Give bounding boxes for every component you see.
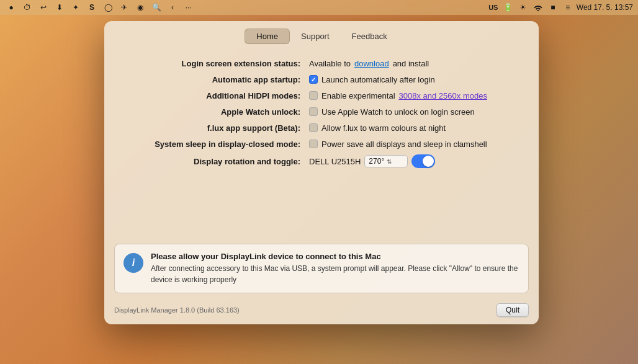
spacer (123, 171, 520, 233)
info-text-block: Please allow your DisplayLink device to … (151, 252, 519, 285)
version-text: DisplayLink Manager 1.8.0 (Build 63.163) (114, 306, 240, 314)
menubar-icon-3[interactable]: ↩ (37, 1, 50, 14)
search-icon[interactable]: 🔍 (150, 1, 163, 14)
label-sleep: System sleep in display-closed mode: (123, 140, 309, 149)
label-apple-watch: Apple Watch unlock: (123, 107, 309, 117)
info-body: After connecting accessory to this Mac v… (151, 263, 519, 285)
quit-button[interactable]: Quit (496, 303, 529, 317)
tab-support[interactable]: Support (290, 29, 341, 43)
label-login-status: Login screen extension status: (123, 59, 309, 68)
tab-feedback[interactable]: Feedback (341, 29, 398, 43)
value-login-status: Available to download and install (309, 59, 520, 68)
toggle-knob (423, 156, 434, 167)
label-rotation: Display rotation and toggle: (123, 157, 309, 166)
tab-bar: Home Support Feedback (104, 21, 539, 44)
settings-row-auto-startup: Automatic app startup: Launch automatica… (123, 71, 520, 87)
checkbox-sleep[interactable] (309, 140, 318, 148)
notification-icon[interactable]: ≡ (562, 1, 574, 14)
value-auto-startup: Launch automatically after login (309, 75, 520, 84)
footer: DisplayLink Manager 1.8.0 (Build 63.163)… (104, 300, 539, 324)
text-sleep: Power save all displays and sleep in cla… (321, 140, 487, 149)
settings-table: Login screen extension status: Available… (123, 55, 520, 171)
label-auto-startup: Automatic app startup: (123, 75, 309, 84)
menubar-icon-9[interactable]: ◉ (134, 1, 146, 14)
settings-row-sleep: System sleep in display-closed mode: Pow… (123, 136, 520, 152)
battery-icon[interactable]: 🔋 (502, 1, 514, 14)
value-apple-watch: Use Apple Watch to unlock on login scree… (309, 107, 520, 117)
menubar-right-icons: US 🔋 ☀ ■ ≡ Wed 17. 5. 13:57 (487, 1, 633, 14)
text-auto-startup: Launch automatically after login (321, 75, 435, 84)
menubar-icon-2[interactable]: ⏱ (21, 1, 34, 14)
checkbox-auto-startup[interactable] (309, 75, 318, 84)
settings-row-flux: f.lux app support (Beta): Allow f.lux to… (123, 120, 520, 136)
menubar-icon-7[interactable]: ◯ (102, 1, 114, 14)
settings-row-login-status: Login screen extension status: Available… (123, 55, 520, 71)
value-flux: Allow f.lux to warm colours at night (309, 123, 520, 133)
hidpi-link[interactable]: 3008x and 2560x modes (399, 91, 487, 100)
dropdown-value: 270° (369, 157, 384, 166)
menubar: ● ⏱ ↩ ⬇ ✦ S ◯ ✈ ◉ 🔍 ‹ ··· US 🔋 ☀ ■ ≡ Wed… (0, 0, 638, 15)
checkbox-hidpi[interactable] (309, 91, 318, 100)
value-rotation: DELL U2515H 270° ⇅ (309, 154, 520, 168)
download-link[interactable]: download (354, 59, 389, 68)
wifi-icon[interactable] (532, 1, 544, 14)
label-hidpi: Additional HiDPI modes: (123, 91, 309, 100)
info-icon: i (124, 253, 143, 273)
text-apple-watch: Use Apple Watch to unlock on login scree… (321, 107, 475, 117)
checkbox-apple-watch[interactable] (309, 107, 318, 116)
menubar-icon-5[interactable]: ✦ (70, 1, 82, 14)
app-window: Home Support Feedback Login screen exten… (104, 21, 539, 324)
rotation-dropdown[interactable]: 270° ⇅ (364, 155, 408, 167)
settings-content: Login screen extension status: Available… (104, 44, 539, 239)
value-hidpi: Enable experimental 3008x and 2560x mode… (309, 91, 520, 100)
label-flux: f.lux app support (Beta): (123, 123, 309, 133)
text-install: and install (393, 59, 429, 68)
settings-row-apple-watch: Apple Watch unlock: Use Apple Watch to u… (123, 104, 520, 120)
menubar-icon-8[interactable]: ✈ (118, 1, 130, 14)
text-flux: Allow f.lux to warm colours at night (321, 123, 446, 133)
chevron-up-down-icon: ⇅ (387, 158, 392, 165)
info-banner: i Please allow your DisplayLink device t… (114, 244, 529, 293)
datetime-display: Wed 17. 5. 13:57 (577, 3, 633, 12)
info-title: Please allow your DisplayLink device to … (151, 252, 519, 261)
settings-row-hidpi: Additional HiDPI modes: Enable experimen… (123, 87, 520, 104)
text-hidpi-before: Enable experimental (321, 91, 395, 100)
menubar-icon-4[interactable]: ⬇ (53, 1, 66, 14)
control-center-icon[interactable]: ■ (547, 1, 559, 14)
menubar-left-icons: ● ⏱ ↩ ⬇ ✦ S ◯ ✈ ◉ 🔍 ‹ ··· (5, 1, 195, 14)
menubar-icon-1[interactable]: ● (5, 1, 17, 14)
menubar-icon-6[interactable]: S (86, 1, 98, 14)
rotation-toggle[interactable] (411, 154, 435, 168)
tab-home[interactable]: Home (245, 29, 290, 44)
keyboard-lang-icon[interactable]: US (487, 1, 500, 14)
more-icon[interactable]: ··· (182, 1, 195, 14)
settings-row-rotation: Display rotation and toggle: DELL U2515H… (123, 152, 520, 171)
brightness-icon[interactable]: ☀ (517, 1, 529, 14)
value-sleep: Power save all displays and sleep in cla… (309, 140, 520, 149)
back-icon[interactable]: ‹ (166, 1, 179, 14)
display-name: DELL U2515H (309, 157, 361, 166)
text-available: Available to (309, 59, 351, 68)
checkbox-flux[interactable] (309, 123, 318, 132)
